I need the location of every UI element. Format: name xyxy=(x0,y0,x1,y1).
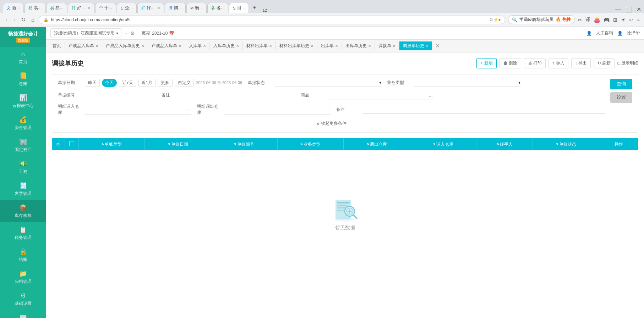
th-doc-status[interactable]: ⇅ 单账状态 xyxy=(533,138,599,150)
close-all-tabs-button[interactable]: ✕ xyxy=(435,43,440,49)
collapse-button[interactable]: ∧ 收起更多条件 xyxy=(58,119,605,128)
tab-close-4[interactable]: ✕ xyxy=(88,6,91,10)
sidebar-item-home[interactable]: ⌂ 首页 xyxy=(0,47,46,68)
minimize-icon[interactable]: — xyxy=(615,6,621,13)
page-tab-6-close[interactable]: ✕ xyxy=(236,44,239,48)
browser-tab-9[interactable]: M 畅... xyxy=(186,3,207,13)
detail-out-dots[interactable]: ··· xyxy=(325,107,329,112)
table-settings-icon[interactable]: ⚙ xyxy=(56,142,60,147)
browser-tab-1[interactable]: 文 新... xyxy=(3,3,24,13)
add-company-button[interactable]: + xyxy=(124,30,127,37)
date-btn-1month[interactable]: 近1月 xyxy=(138,79,156,87)
page-tab-10-close[interactable]: ✕ xyxy=(368,44,371,48)
doc-number-input[interactable] xyxy=(85,91,156,99)
browser-tab-10[interactable]: 各 各... xyxy=(207,3,228,13)
th-doc-type[interactable]: ⇅ 单账类型 xyxy=(78,138,145,150)
page-tab-5[interactable]: 入库单 ✕ xyxy=(185,41,210,50)
close-window-icon[interactable]: ✕ xyxy=(637,6,641,13)
date-btn-today[interactable]: 今天 xyxy=(102,79,117,87)
th-in-warehouse[interactable]: ⇅ 调入仓库 xyxy=(410,138,476,150)
page-tab-5-close[interactable]: ✕ xyxy=(203,44,206,48)
th-checkbox[interactable] xyxy=(65,138,78,150)
browser-tab-6[interactable]: C 企... xyxy=(117,3,137,13)
sidebar-item-tax[interactable]: 📋 税务管理 xyxy=(0,222,46,244)
th-doc-date[interactable]: ⇅ 单账日期 xyxy=(145,138,211,150)
sidebar-item-basic[interactable]: ⚙ 基础设置 xyxy=(0,288,46,310)
translate-icon[interactable]: 译 xyxy=(585,17,590,23)
export-button[interactable]: ↓ 导出 xyxy=(571,58,591,68)
refresh-button[interactable]: ↻ 刷新 xyxy=(594,58,615,68)
forward-button[interactable]: › xyxy=(12,15,16,24)
detail-in-dots[interactable]: ··· xyxy=(186,107,190,112)
browser-tab-3[interactable]: 易 易... xyxy=(46,3,67,13)
browser-tab-4[interactable]: 好 好... ✕ xyxy=(68,3,94,13)
sidebar-item-guide[interactable]: 📖 新手引导 xyxy=(0,310,46,318)
th-business-type[interactable]: ⇅ 业务类型 xyxy=(277,138,344,150)
business-type-select[interactable]: ▾ xyxy=(414,79,520,87)
undo-icon[interactable]: ↩ xyxy=(629,17,633,23)
page-tab-4-close[interactable]: ✕ xyxy=(179,44,181,48)
wallet-icon[interactable]: 👛 xyxy=(594,17,600,23)
menu-icon[interactable]: ≡ xyxy=(637,17,640,23)
date-btn-7days[interactable]: 近7天 xyxy=(119,79,136,87)
goods-dots[interactable]: ... xyxy=(429,92,433,98)
print-button[interactable]: 🖨 打印 xyxy=(524,58,546,68)
query-button[interactable]: 查询 xyxy=(610,79,632,89)
search-box[interactable]: 🔍 学霸应聘场驱鸟员 🔥 热搜 xyxy=(508,15,574,24)
detail-in-input[interactable] xyxy=(86,106,186,113)
setting-button[interactable]: 设置 xyxy=(610,92,632,103)
sidebar-item-ledger[interactable]: 📒 总账 xyxy=(0,68,46,90)
home-button[interactable]: ⌂ xyxy=(30,15,36,24)
page-tab-9[interactable]: 出库单 ✕ xyxy=(317,41,342,50)
new-tab-button[interactable]: + xyxy=(250,3,260,13)
reload-button[interactable]: ↻ xyxy=(20,15,27,24)
date-btn-more[interactable]: 更多 xyxy=(158,79,173,87)
browser-tab-5[interactable]: 个 个... xyxy=(95,3,116,13)
browser-tab-11[interactable]: S 目... xyxy=(229,3,249,13)
page-tab-2[interactable]: 产成品入库单 ✕ xyxy=(65,41,102,50)
page-tab-6[interactable]: 入库单历史 ✕ xyxy=(210,41,243,50)
period-selector[interactable]: 账期 2021-10 📅 xyxy=(142,30,174,36)
add-button[interactable]: + 新增 xyxy=(476,58,496,68)
import-button[interactable]: ↑ 导入 xyxy=(549,58,568,68)
page-tab-8[interactable]: 材料出库单历史 ✕ xyxy=(276,41,317,50)
detail-in-input-box[interactable]: ··· xyxy=(85,105,191,115)
goods-input-box[interactable]: ... xyxy=(328,90,434,100)
status-select[interactable]: ▾ xyxy=(275,79,381,87)
th-settings[interactable]: ⚙ xyxy=(52,138,65,150)
page-tab-4[interactable]: 产成品入库单 ✕ xyxy=(148,41,185,50)
scissors-icon[interactable]: ✂ xyxy=(578,17,582,23)
brightness-icon[interactable]: ☀ xyxy=(621,17,626,23)
page-tab-8-close[interactable]: ✕ xyxy=(311,44,313,48)
company-selector[interactable]: (勿删勿禁用）江西服宝测试专用 ▾ xyxy=(50,28,121,38)
sidebar-item-inventory[interactable]: 📦 库存核算 xyxy=(0,200,46,222)
page-tab-home[interactable]: 首页 xyxy=(49,41,65,50)
tab-close-7[interactable]: ✕ xyxy=(157,6,160,10)
sidebar-item-invoice[interactable]: 🧾 发票管理 xyxy=(0,178,46,200)
display-detail-button[interactable]: □ 显示明细 xyxy=(617,60,638,66)
detail-out-input[interactable] xyxy=(225,106,325,113)
page-tab-12[interactable]: 调拨单历史 ✕ xyxy=(399,41,432,50)
page-tab-7[interactable]: 材料出库单 ✕ xyxy=(243,41,276,50)
browser-tab-8[interactable]: 腾 腾... xyxy=(165,3,186,13)
page-tab-11-close[interactable]: ✕ xyxy=(393,44,395,48)
browser-tab-2[interactable]: 易 易... xyxy=(24,3,45,13)
select-all-checkbox[interactable] xyxy=(69,141,74,146)
company-settings-icon[interactable]: ⚙ xyxy=(130,30,135,36)
page-tab-10[interactable]: 出库单历史 ✕ xyxy=(342,41,375,50)
date-btn-yesterday[interactable]: 昨天 xyxy=(85,79,100,87)
page-tab-7-close[interactable]: ✕ xyxy=(269,44,272,48)
page-tab-3-close[interactable]: ✕ xyxy=(141,44,144,48)
page-tab-11[interactable]: 调拨单 ✕ xyxy=(375,41,399,50)
th-doc-number[interactable]: ⇅ 单账编号 xyxy=(211,138,277,150)
customer-service[interactable]: 人工咨询 xyxy=(596,30,613,36)
page-tab-3[interactable]: 产成品入库单历史 ✕ xyxy=(102,41,148,50)
game-icon[interactable]: 🎮 xyxy=(604,17,610,23)
detail-remark-input[interactable] xyxy=(363,106,605,114)
goods-input[interactable] xyxy=(329,91,429,99)
sidebar-item-archive[interactable]: 📁 归档管理 xyxy=(0,266,46,288)
remark-input[interactable] xyxy=(189,91,295,99)
page-tab-2-close[interactable]: ✕ xyxy=(95,44,98,48)
sidebar-item-reports[interactable]: 📊 云报表中心 xyxy=(0,90,46,112)
sidebar-item-finance[interactable]: 💰 资金管理 xyxy=(0,112,46,134)
